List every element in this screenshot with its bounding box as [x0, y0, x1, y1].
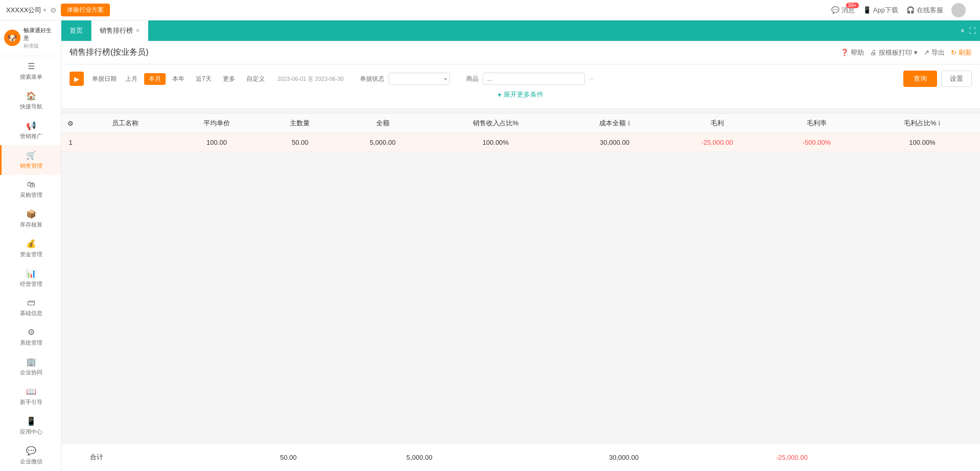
template-print-button[interactable]: 🖨 按模板打印 ▾ — [870, 48, 918, 57]
sidebar-label-wechat: 企业微信 — [20, 458, 42, 465]
footer-amount: 5,000.00 — [345, 448, 494, 466]
tab-home[interactable]: 首页 — [61, 20, 92, 41]
export-button[interactable]: ↗ 导出 — [924, 48, 945, 57]
content-area: 首页 销售排行榜 × × ⛶ 销售排行榜(按业务员) ❓ 帮助 🖨 按模板打印 — [61, 20, 980, 471]
basic-info-icon: 🗃 — [27, 298, 35, 307]
app-center-icon: 📱 — [26, 416, 36, 426]
refresh-icon: ↻ — [951, 49, 956, 56]
sidebar-label-inventory: 库存核算 — [20, 221, 42, 229]
tab-bar: 首页 销售排行榜 × × ⛶ — [61, 20, 980, 41]
col-sales-ratio: 销售收入占比% — [427, 114, 564, 133]
company-selector[interactable]: XXXXX公司 ▾ — [6, 6, 46, 15]
sidebar-item-basic-info[interactable]: 🗃 基础信息 — [0, 293, 61, 322]
sidebar-item-sales[interactable]: 🛒 销售管理 — [0, 145, 61, 175]
filter-action-btns: 查询 设置 — [903, 71, 972, 87]
sidebar-item-operations[interactable]: 📊 经营管理 — [0, 263, 61, 293]
filter-row: ▶ 单据日期 上月 本月 本年 近7天 更多 自定义 2023-06-01 至 … — [70, 71, 972, 87]
sidebar-item-enterprise[interactable]: 🏢 企业协同 — [0, 352, 61, 382]
sidebar: 🐶 畅康通好生意 标准版 ☰ 搜索菜单 🏠 快捷导航 📢 营销推广 🛒 销售管理… — [0, 20, 61, 471]
cell-profit-rate: -500.00% — [769, 133, 864, 152]
sidebar-item-quick-nav[interactable]: 🏠 快捷导航 — [0, 86, 61, 116]
sidebar-item-system[interactable]: ⚙ 系统管理 — [0, 322, 61, 352]
col-profit: 毛利 — [666, 114, 769, 133]
app-download-button[interactable]: 📱 App下载 — [863, 6, 898, 15]
status-label: 单据状态 — [360, 75, 384, 83]
main-layout: 🐶 畅康通好生意 标准版 ☰ 搜索菜单 🏠 快捷导航 📢 营销推广 🛒 销售管理… — [0, 20, 980, 471]
date-btn-last-month[interactable]: 上月 — [121, 73, 142, 85]
message-button[interactable]: 💬 消息 99+ — [831, 6, 855, 15]
sidebar-label-quick-nav: 快捷导航 — [20, 103, 42, 110]
filter-arrow[interactable]: ▶ — [70, 72, 84, 86]
home-icon: 🏠 — [26, 91, 36, 101]
date-btn-more[interactable]: 更多 — [218, 73, 240, 85]
date-btn-7days[interactable]: 近7天 — [191, 73, 216, 85]
status-select[interactable] — [389, 73, 450, 85]
page-header: 销售排行榜(按业务员) ❓ 帮助 🖨 按模板打印 ▾ ↗ 导出 ↻ 刷新 — [61, 41, 980, 64]
footer-empty-rank — [67, 448, 84, 466]
sidebar-item-marketing[interactable]: 📢 营销推广 — [0, 116, 61, 145]
sales-icon: 🛒 — [26, 150, 36, 160]
col-profit-rate: 毛利率 — [769, 114, 864, 133]
sidebar-item-wechat[interactable]: 💬 企业微信 — [0, 441, 61, 470]
settings-icon[interactable]: ⚙ — [50, 6, 57, 14]
sidebar-label-enterprise: 企业协同 — [20, 369, 42, 376]
sidebar-item-app-center[interactable]: 📱 应用中心 — [0, 411, 61, 441]
online-service-button[interactable]: 🎧 在线客服 — [906, 6, 943, 15]
search-order-icon: ☰ — [28, 61, 35, 71]
col-settings[interactable]: ⚙ — [61, 114, 80, 133]
sidebar-label-sales: 销售管理 — [20, 162, 42, 170]
goods-more-icon[interactable]: ··· — [589, 76, 594, 82]
page-title: 销售排行榜(按业务员) — [70, 47, 149, 58]
expand-more-button[interactable]: ▾ 展开更多条件 — [498, 90, 543, 99]
column-settings-icon[interactable]: ⚙ — [67, 120, 74, 127]
date-label: 单据日期 — [92, 75, 117, 83]
footer-table: 合计 50.00 5,000.00 30,000.00 -25,000.00 — [67, 448, 974, 466]
sidebar-label-search-order: 搜索菜单 — [20, 73, 42, 81]
sidebar-item-purchase[interactable]: 🛍 采购管理 — [0, 175, 61, 204]
print-chevron-icon: ▾ — [914, 49, 918, 56]
col-cost: 成本全额 ℹ — [564, 114, 666, 133]
maximize-icon[interactable]: ⛶ — [969, 27, 976, 35]
avatar[interactable] — [951, 3, 966, 17]
table-area: ⚙ 员工名称 平均单价 主数量 全额 销售收入占比% 成本全额 ℹ 毛利 毛利率 — [61, 109, 980, 443]
tab-label: 销售排行榜 — [100, 26, 133, 35]
query-button[interactable]: 查询 — [903, 71, 937, 87]
cell-profit: -25,000.00 — [666, 133, 769, 152]
system-icon: ⚙ — [28, 327, 35, 337]
tab-close-icon[interactable]: × — [136, 27, 140, 34]
refresh-button[interactable]: ↻ 刷新 — [951, 48, 972, 57]
footer-profit-ratio — [926, 448, 974, 466]
help-button[interactable]: ❓ 帮助 — [840, 48, 864, 57]
filter-settings-button[interactable]: 设置 — [941, 71, 972, 87]
footer-sales-ratio — [494, 448, 542, 466]
goods-input[interactable] — [483, 73, 585, 85]
close-window-icon[interactable]: × — [961, 27, 965, 35]
trial-button[interactable]: 体验行业方案 — [61, 4, 110, 16]
cost-info-icon[interactable]: ℹ — [628, 120, 630, 127]
sidebar-item-finance[interactable]: 💰 资金管理 — [0, 234, 61, 263]
expand-icon: ▾ — [498, 91, 502, 99]
date-btn-current-month[interactable]: 本月 — [144, 73, 166, 85]
filter-area: ▶ 单据日期 上月 本月 本年 近7天 更多 自定义 2023-06-01 至 … — [61, 64, 980, 109]
headset-icon: 🎧 — [906, 6, 915, 14]
profit-ratio-info-icon[interactable]: ℹ — [938, 120, 941, 127]
cell-cost: 30,000.00 — [564, 133, 666, 152]
top-right-actions: 💬 消息 99+ 📱 App下载 🎧 在线客服 — [831, 3, 974, 17]
tab-bar-right: × ⛶ — [961, 27, 980, 35]
date-btn-custom[interactable]: 自定义 — [242, 73, 269, 85]
table-footer: 合计 50.00 5,000.00 30,000.00 -25,000.00 — [61, 443, 980, 471]
operations-icon: 📊 — [26, 268, 36, 278]
help-icon: ❓ — [840, 49, 849, 56]
sidebar-item-search-order[interactable]: ☰ 搜索菜单 — [0, 56, 61, 86]
sidebar-item-guide[interactable]: 📖 新手引导 — [0, 382, 61, 411]
megaphone-icon: 📢 — [26, 121, 36, 130]
date-btn-year[interactable]: 本年 — [168, 73, 189, 85]
cell-sales-ratio: 100.00% — [427, 133, 564, 152]
date-filter: 单据日期 上月 本月 本年 近7天 更多 自定义 — [92, 73, 269, 85]
footer-profit: -25,000.00 — [705, 448, 878, 466]
tab-sales-ranking[interactable]: 销售排行榜 × — [92, 20, 148, 41]
sidebar-item-inventory[interactable]: 📦 库存核算 — [0, 204, 61, 234]
date-range-text: 2023-06-01 至 2023-06-30 — [278, 75, 344, 83]
footer-cost: 30,000.00 — [542, 448, 705, 466]
footer-label: 合计 — [84, 448, 184, 466]
